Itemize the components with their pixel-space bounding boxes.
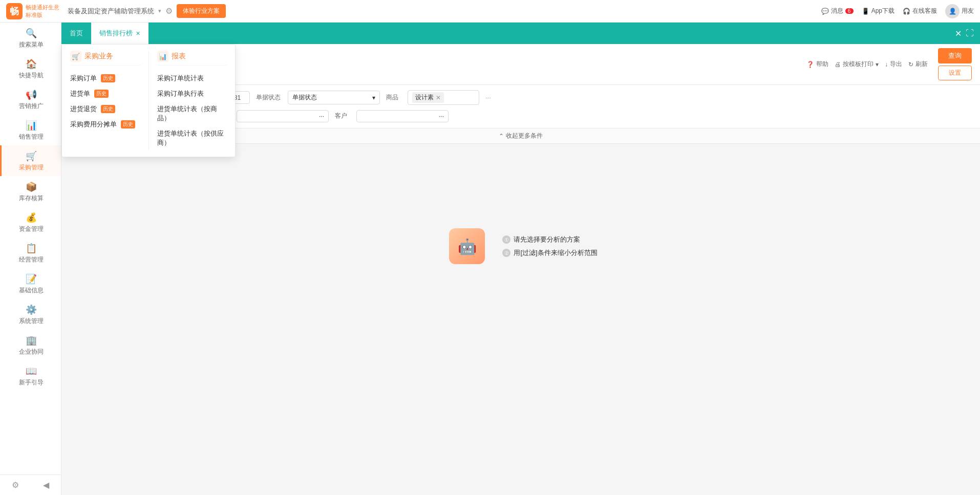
tab-bar: 首页销售排行榜✕ ✕ ⛶ xyxy=(61,23,980,44)
sidebar-item-marketing[interactable]: 📢 营销推广 xyxy=(0,84,61,115)
customer-label: 客户 xyxy=(335,112,350,120)
report-item-2[interactable]: 进货单统计表（按商品） xyxy=(157,101,227,126)
sidebar-settings-icon[interactable]: ⚙ xyxy=(12,480,19,490)
sidebar-label-inventory: 库存核算 xyxy=(19,194,44,203)
purchase-item-1[interactable]: 进货单历史 xyxy=(70,86,140,101)
print-arrow-icon: ▾ xyxy=(876,61,879,68)
sidebar-label-enterprise: 企业协同 xyxy=(19,348,44,356)
salesman-more-icon[interactable]: ··· xyxy=(319,113,324,120)
online-service-action[interactable]: 🎧 在线客服 xyxy=(903,7,937,15)
message-badge: 6 xyxy=(845,8,854,14)
purchase-item-2[interactable]: 进货退货历史 xyxy=(70,101,140,117)
sidebar-label-baseinfo: 基础信息 xyxy=(19,286,44,295)
salesman-select[interactable]: ··· xyxy=(237,110,329,122)
finance-icon: 💰 xyxy=(26,212,37,223)
phone-icon: 📱 xyxy=(862,8,869,15)
top-bar-right: 💬 消息 6 📱 App下载 🎧 在线客服 👤 用友 xyxy=(821,4,974,18)
sidebar-label-quicknav: 快捷导航 xyxy=(19,71,44,80)
status-label: 单据状态 xyxy=(256,93,282,102)
sidebar-item-guide[interactable]: 📖 新手引导 xyxy=(0,360,61,391)
status-select[interactable]: 单据状态 ▾ xyxy=(288,91,380,104)
system-title: 装备及固定资产辅助管理系统 xyxy=(68,7,154,16)
sidebar-label-guide: 新手引导 xyxy=(19,378,44,387)
dropdown-menu: 🛒 采购业务 采购订单历史进货单历史进货退货历史采购费用分摊单历史 📊 报表 采… xyxy=(61,44,236,157)
tab-label-home: 首页 xyxy=(70,29,83,38)
system-icon: ⚙️ xyxy=(26,304,37,315)
print-btn[interactable]: 🖨 按模板打印 ▾ xyxy=(835,60,879,69)
sidebar-label-operation: 经营管理 xyxy=(19,255,44,264)
marketing-icon: 📢 xyxy=(26,89,37,100)
print-icon: 🖨 xyxy=(835,61,841,68)
top-bar-center: 装备及固定资产辅助管理系统 ▾ ⚙ 体验行业方案 xyxy=(68,4,821,18)
sidebar-item-quicknav[interactable]: 🏠 快捷导航 xyxy=(0,53,61,84)
sidebar-item-inventory[interactable]: 📦 库存核算 xyxy=(0,176,61,207)
purchase-item-3[interactable]: 采购费用分摊单历史 xyxy=(70,117,140,132)
sidebar-item-purchase[interactable]: 🛒 采购管理 xyxy=(0,145,61,176)
empty-tip-2: ② 用[过滤]条件来缩小分析范围 xyxy=(502,248,597,257)
empty-illustration: 🤖 xyxy=(449,228,485,264)
sidebar-bottom: ⚙ ◀ xyxy=(0,475,61,495)
sidebar-label-search: 搜索菜单 xyxy=(19,40,44,49)
report-item-0[interactable]: 采购订单统计表 xyxy=(157,71,227,86)
message-action[interactable]: 💬 消息 6 xyxy=(821,7,854,15)
sidebar-item-finance[interactable]: 💰 资金管理 xyxy=(0,207,61,238)
settings-gear-icon[interactable]: ⚙ xyxy=(165,6,173,16)
sidebar-label-purchase: 采购管理 xyxy=(19,163,44,172)
avatar: 👤 xyxy=(945,4,960,18)
sidebar: 🔍 搜索菜单 🏠 快捷导航 📢 营销推广 📊 销售管理 🛒 采购管理 📦 库存核… xyxy=(0,23,61,495)
export-btn[interactable]: ↓ 导出 xyxy=(885,60,902,69)
query-btn[interactable]: 查询 xyxy=(938,48,972,63)
empty-tips: ① 请先选择要分析的方案 ② 用[过滤]条件来缩小分析范围 xyxy=(502,235,597,257)
report-col-header: 📊 报表 xyxy=(157,51,227,66)
refresh-icon: ↻ xyxy=(908,61,913,68)
export-icon: ↓ xyxy=(885,61,888,68)
history-badge: 历史 xyxy=(101,105,115,113)
sidebar-item-baseinfo[interactable]: 📝 基础信息 xyxy=(0,268,61,299)
tab-home[interactable]: 首页 xyxy=(61,23,91,44)
close-window-icon[interactable]: ✕ xyxy=(955,29,962,38)
search-icon: 🔍 xyxy=(26,28,37,39)
goods-label: 商品 xyxy=(386,93,401,102)
goods-input[interactable]: 设计素 ✕ xyxy=(408,90,479,105)
expand-icon[interactable]: ⛶ xyxy=(966,29,974,38)
refresh-btn[interactable]: ↻ 刷新 xyxy=(908,60,928,69)
industry-btn[interactable]: 体验行业方案 xyxy=(177,4,226,18)
logo-icon: 畅 xyxy=(6,3,23,19)
customer-more-icon[interactable]: ··· xyxy=(439,113,444,120)
help-btn[interactable]: ❓ 帮助 xyxy=(806,60,828,69)
filter-settings-btn[interactable]: 设置 xyxy=(938,66,972,80)
baseinfo-icon: 📝 xyxy=(26,273,37,285)
tab-label-salesrank: 销售排行榜 xyxy=(99,29,133,38)
history-badge: 历史 xyxy=(101,74,115,82)
purchase-item-0[interactable]: 采购订单历史 xyxy=(70,71,140,86)
tab-salesrank[interactable]: 销售排行榜✕ xyxy=(91,23,148,44)
dropdown-arrow-icon: ▾ xyxy=(372,94,375,101)
sidebar-item-system[interactable]: ⚙️ 系统管理 xyxy=(0,299,61,330)
top-bar: 畅 畅捷通好生意 标准版 装备及固定资产辅助管理系统 ▾ ⚙ 体验行业方案 💬 … xyxy=(0,0,980,23)
goods-tag: 设计素 ✕ xyxy=(412,92,444,103)
logo-text: 畅捷通好生意 标准版 xyxy=(26,4,59,18)
sidebar-item-enterprise[interactable]: 🏢 企业协同 xyxy=(0,330,61,360)
tab-close-icon-salesrank[interactable]: ✕ xyxy=(136,30,140,37)
report-col-icon: 📊 xyxy=(157,51,168,62)
goods-tag-close-icon[interactable]: ✕ xyxy=(436,94,441,101)
sidebar-collapse-icon[interactable]: ◀ xyxy=(43,480,49,490)
app-download-action[interactable]: 📱 App下载 xyxy=(862,7,894,15)
purchase-col-header: 🛒 采购业务 xyxy=(70,51,140,66)
title-arrow-icon[interactable]: ▾ xyxy=(158,8,161,14)
report-item-1[interactable]: 采购订单执行表 xyxy=(157,86,227,101)
sales-icon: 📊 xyxy=(26,120,37,131)
report-item-3[interactable]: 进货单统计表（按供应商） xyxy=(157,126,227,150)
goods-more-icon[interactable]: ··· xyxy=(485,94,491,101)
sidebar-item-search[interactable]: 🔍 搜索菜单 xyxy=(0,23,61,53)
user-action[interactable]: 👤 用友 xyxy=(945,4,974,18)
sidebar-label-marketing: 营销推广 xyxy=(19,102,44,111)
purchase-icon: 🛒 xyxy=(26,150,37,162)
sidebar-label-sales: 销售管理 xyxy=(19,133,44,141)
empty-state: 🤖 ① 请先选择要分析的方案 ② 用[过滤]条件来缩小分析范围 xyxy=(61,144,980,349)
empty-tip-1: ① 请先选择要分析的方案 xyxy=(502,235,597,244)
customer-select[interactable]: ··· xyxy=(356,110,449,122)
sidebar-item-sales[interactable]: 📊 销售管理 xyxy=(0,115,61,145)
dropdown-columns: 🛒 采购业务 采购订单历史进货单历史进货退货历史采购费用分摊单历史 📊 报表 采… xyxy=(62,51,235,150)
sidebar-item-operation[interactable]: 📋 经营管理 xyxy=(0,238,61,268)
